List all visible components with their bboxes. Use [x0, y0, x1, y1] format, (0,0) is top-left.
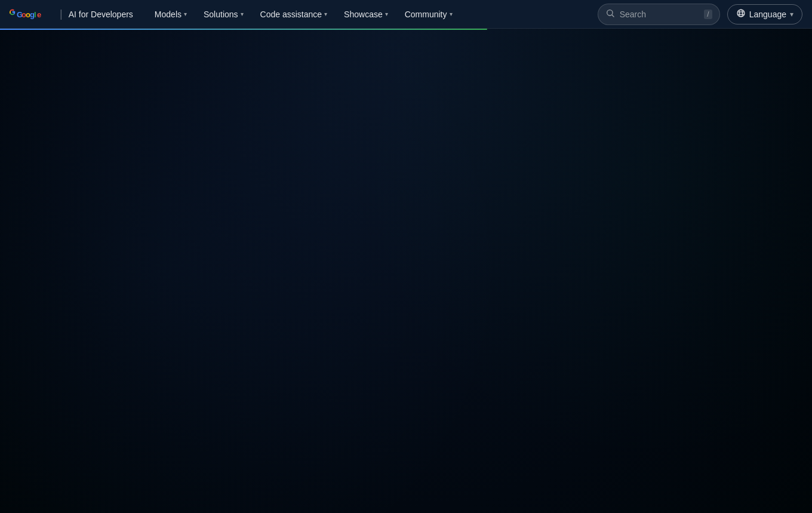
nav-item-community[interactable]: Community ▾	[398, 6, 460, 23]
language-label: Language	[749, 10, 786, 19]
search-icon	[605, 8, 615, 20]
search-shortcut: /	[704, 10, 712, 19]
svg-text:e: e	[37, 10, 41, 19]
navbar: G o o g l e | AI for Developers Models ▾…	[0, 0, 812, 29]
nav-label-code-assistance: Code assistance	[260, 10, 322, 19]
svg-point-8	[737, 10, 745, 17]
nav-label-models: Models	[155, 10, 182, 19]
nav-label-community: Community	[405, 10, 447, 19]
chevron-down-icon-showcase: ▾	[385, 11, 388, 17]
nav-item-showcase[interactable]: Showcase ▾	[337, 6, 395, 23]
logo-link[interactable]: G o o g l e | AI for Developers	[10, 7, 133, 21]
nav-label-showcase: Showcase	[344, 10, 383, 19]
nav-label-solutions: Solutions	[204, 10, 238, 19]
chevron-down-icon-language: ▾	[790, 10, 793, 19]
google-logo: G o o g l e	[10, 7, 54, 21]
chevron-down-icon-code-assistance: ▾	[324, 11, 327, 17]
nav-item-code-assistance[interactable]: Code assistance ▾	[253, 6, 335, 23]
search-container: /	[598, 4, 720, 25]
logo-product-text: AI for Developers	[69, 10, 133, 19]
nav-items: Models ▾ Solutions ▾ Code assistance ▾ S…	[147, 6, 598, 23]
svg-text:l: l	[34, 10, 36, 19]
language-icon	[736, 8, 746, 20]
nav-item-models[interactable]: Models ▾	[147, 6, 194, 23]
loading-bar	[0, 29, 487, 30]
logo-separator: |	[60, 8, 63, 20]
chevron-down-icon-models: ▾	[184, 11, 187, 17]
language-button[interactable]: Language ▾	[727, 4, 802, 24]
search-input[interactable]	[620, 10, 700, 19]
chevron-down-icon-community: ▾	[450, 11, 453, 17]
svg-point-9	[739, 10, 742, 17]
chevron-down-icon-solutions: ▾	[241, 11, 244, 17]
nav-item-solutions[interactable]: Solutions ▾	[196, 6, 251, 23]
main-content	[0, 29, 812, 513]
svg-line-7	[612, 15, 614, 17]
